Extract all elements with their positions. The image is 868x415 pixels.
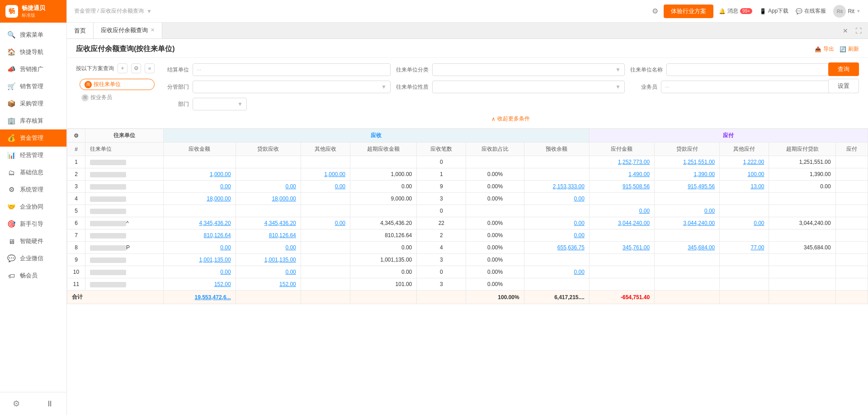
promo-button[interactable]: 体验行业方案 [664,5,713,18]
table-cell[interactable]: 0.00 [589,205,654,217]
total-ar-overdue [350,291,417,304]
topbar-settings-icon[interactable]: ⚙ [652,7,658,15]
partner-category-input[interactable]: ▼ [432,63,625,76]
table-cell: 1,001,135.00 [350,254,417,266]
online-service-btn[interactable]: 💬 在线客服 [796,7,826,15]
table-cell[interactable]: 1,001,135.00 [163,254,236,266]
table-cell[interactable]: 915,495.56 [655,181,720,193]
dept-manager-arrow: ▼ [381,84,387,90]
sidebar-item-finance[interactable]: 💰 资金管理 [0,129,66,147]
table-cell[interactable]: 0.00 [720,217,769,229]
scheme-by-salesperson[interactable]: 按 按业务员 [80,94,155,101]
table-cell[interactable]: 0.00 [236,181,301,193]
sidebar-item-corp-collab[interactable]: 🤝 企业协同 [0,198,66,215]
table-settings-icon[interactable]: ⚙ [74,133,79,139]
sidebar-item-member[interactable]: 🏷 畅会员 [0,267,66,284]
table-cell: 3 [417,278,466,291]
table-cell[interactable]: 1,490.00 [589,168,654,181]
notifications-btn[interactable]: 🔔 消息 99+ [719,7,752,15]
table-cell[interactable]: 0.00 [236,266,301,278]
sidebar-item-sales[interactable]: 🛒 销售管理 [0,78,66,95]
sidebar-item-basic-info[interactable]: 🗂 基础信息 [0,164,66,181]
table-cell[interactable]: 0.00 [163,181,236,193]
table-cell[interactable]: 345,684.00 [655,242,720,254]
query-button[interactable]: 查询 [828,62,859,76]
table-cell[interactable]: 18,000.00 [163,193,236,205]
table-cell[interactable]: 915,508.56 [589,181,654,193]
table-cell[interactable]: 152.00 [163,278,236,291]
collapse-scheme-btn[interactable]: « [145,63,155,73]
dept-input[interactable]: ▼ [193,98,247,110]
sidebar-item-operations[interactable]: 📊 经营管理 [0,147,66,164]
app-download-btn[interactable]: 📱 App下载 [760,7,788,15]
sidebar-item-quick-nav[interactable]: 🏠 快捷导航 [0,43,66,61]
table-cell[interactable]: 0.00 [524,229,589,242]
table-cell[interactable]: 1,222.00 [720,156,769,168]
table-cell[interactable]: 4,345,436.20 [163,217,236,229]
table-cell [301,156,350,168]
table-cell [720,193,769,205]
user-menu[interactable]: Rit Rit ▼ [833,5,861,18]
add-scheme-btn[interactable]: + [118,63,127,73]
scheme-by-partner[interactable]: 按 按往来单位 [80,79,155,90]
refresh-button[interactable]: 🔄 刷新 [840,45,859,53]
th-ar-overdue: 超期应收金额 [350,143,417,156]
sidebar-item-system[interactable]: ⚙ 系统管理 [0,181,66,198]
table-cell[interactable]: 0.00 [524,193,589,205]
table-cell[interactable]: 810,126.64 [236,229,301,242]
table-cell[interactable]: 3,044,240.00 [655,217,720,229]
user-dropdown-icon: ▼ [856,9,861,14]
table-cell[interactable]: 345,761.00 [589,242,654,254]
settings-button[interactable]: 设置 [828,79,859,93]
dept-manager-input[interactable]: ▼ [193,81,391,93]
table-cell[interactable]: 100.00 [720,168,769,181]
table-cell[interactable]: 0.00 [163,266,236,278]
collapse-btn[interactable]: ∧ 收起更多条件 [162,115,859,123]
table-cell[interactable]: 0.00 [163,242,236,254]
sidebar-item-purchase[interactable]: 📦 采购管理 [0,95,66,112]
table-cell[interactable]: 0.00 [655,205,720,217]
tab-ar-ap-query[interactable]: 应收应付余额查询 ✕ [94,23,162,38]
table-cell: 0.00 [769,181,835,193]
partner-nature-input[interactable]: ▼ [432,81,625,93]
table-cell[interactable]: 810,126.64 [163,229,236,242]
table-cell[interactable]: 152.00 [236,278,301,291]
sidebar-item-inventory[interactable]: 🏢 库存核算 [0,112,66,129]
table-cell[interactable]: 2,153,333.00 [524,181,589,193]
sidebar-item-label: 搜索菜单 [20,31,43,39]
sidebar-item-smart-hw[interactable]: 🖥 智能硬件 [0,233,66,250]
th-partner-label: 往来单位 [113,132,135,138]
table-cell[interactable]: 77.00 [720,242,769,254]
table-cell[interactable]: 1,252,773.00 [589,156,654,168]
sidebar-collapse-btn[interactable]: ⏸ [42,397,57,410]
table-cell[interactable]: 0.00 [524,217,589,229]
sidebar-item-guide[interactable]: 🎯 新手引导 [0,215,66,233]
settings-scheme-btn[interactable]: ⚙ [131,63,141,73]
settlement-unit-input[interactable]: ··· [193,63,391,76]
table-cell[interactable]: 4,345,436.20 [236,217,301,229]
table-cell[interactable]: 3,044,240.00 [589,217,654,229]
table-cell[interactable]: 1,390.00 [655,168,720,181]
window-close-btn[interactable]: ✕ [840,26,851,35]
table-cell[interactable]: 13.00 [720,181,769,193]
sidebar-item-search-menu[interactable]: 🔍 搜索菜单 [0,26,66,43]
tab-close-icon[interactable]: ✕ [151,27,155,33]
table-cell[interactable]: 0.00 [301,181,350,193]
table-cell[interactable]: 0.00 [524,266,589,278]
table-cell[interactable]: 1,000.00 [301,168,350,181]
window-fullscreen-btn[interactable]: ⛶ [853,26,864,35]
export-button[interactable]: 📤 导出 [815,45,834,53]
sidebar-item-marketing[interactable]: 📣 营销推广 [0,61,66,78]
table-cell[interactable]: 0.00 [236,242,301,254]
table-cell[interactable]: 0.00 [301,217,350,229]
table-cell[interactable]: 1,000.00 [163,168,236,181]
table-cell[interactable]: 655,636.75 [524,242,589,254]
sidebar-settings-btn[interactable]: ⚙ [9,397,24,410]
table-cell[interactable]: 18,000.00 [236,193,301,205]
tab-home[interactable]: 首页 [67,23,94,38]
sidebar-item-wechat[interactable]: 💬 企业微信 [0,250,66,267]
table-cell [835,229,868,242]
breadcrumb-dropdown-icon[interactable]: ▼ [146,8,152,14]
table-cell[interactable]: 1,251,551.00 [655,156,720,168]
table-cell[interactable]: 1,001,135.00 [236,254,301,266]
